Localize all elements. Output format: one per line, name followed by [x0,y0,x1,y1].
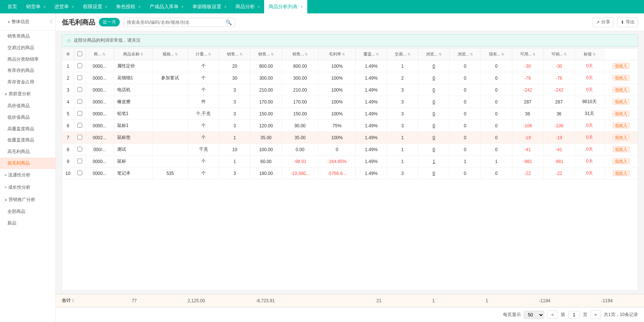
next-page-btn[interactable]: ＞ [590,310,601,319]
th-tx[interactable]: 交易...⇅ [387,48,418,60]
nav-close-permissions[interactable]: × [105,5,108,9]
select-all-checkbox[interactable] [77,51,82,56]
row-tx[interactable]: 1 [418,156,449,168]
row-tx[interactable]: 0 [418,108,449,120]
row-checkbox-cell[interactable] [74,144,85,156]
nav-item-home[interactable]: 首页 [3,0,22,13]
row-checkbox-cell[interactable] [74,132,85,144]
tx-link[interactable]: 0 [433,171,435,176]
th-name[interactable]: 商品名称⇅ [114,48,153,60]
settings-icon[interactable]: ⚙ [66,52,70,56]
th-browse2[interactable]: 浏览...⇅ [449,48,481,60]
row-tx[interactable]: 0 [418,84,449,96]
row-checkbox-cell[interactable] [74,156,85,168]
tx-link[interactable]: 1 [433,159,435,164]
sidebar-group-marketing[interactable]: ∨ 营销推广分析 [0,194,55,206]
row-checkbox-cell[interactable] [74,84,85,96]
sidebar-item-high-coverage[interactable]: 高覆盖度商品 [0,123,55,135]
row-checkbox-4[interactable] [77,111,82,116]
th-tag[interactable]: 标签⇅ [574,48,604,60]
th-sales-amt[interactable]: 销售...⇅ [250,48,282,60]
row-checkbox-3[interactable] [77,99,82,104]
period-button[interactable]: 近一月 [99,18,120,26]
tx-link[interactable]: 0 [433,123,435,128]
row-checkbox-cell[interactable] [74,60,85,72]
nav-item-purchase[interactable]: 进货单 × [50,0,78,13]
sidebar-group-growth[interactable]: > 成长性分析 [0,181,55,194]
nav-close-finished[interactable]: × [182,5,184,9]
row-checkbox-cell[interactable] [74,96,85,108]
search-input[interactable] [127,20,225,25]
tx-link[interactable]: 0 [433,99,435,105]
th-checkbox[interactable] [74,48,85,60]
row-checkbox-5[interactable] [77,123,82,128]
row-checkbox-2[interactable] [77,87,82,92]
row-tx[interactable]: 0 [418,72,449,84]
th-settings[interactable]: ⚙ [62,48,74,60]
tx-link[interactable]: 0 [433,76,435,81]
th-coverage[interactable]: 覆盖...⇅ [356,48,387,60]
sidebar-group-circulation[interactable]: > 流通性分析 [0,169,55,181]
nav-item-analysis[interactable]: 商品分析 × [231,0,264,13]
nav-close-roles[interactable]: × [138,5,141,9]
row-checkbox-0[interactable] [77,63,82,68]
sidebar-collapse-btn[interactable]: 《 [47,19,52,25]
sidebar-group-cluster[interactable]: ∨ 类群度分析 [0,88,55,100]
th-avail[interactable]: 可用...⇅ [512,48,543,60]
row-checkbox-cell[interactable] [74,120,85,132]
nav-item-permissions[interactable]: 权限设置 × [79,0,112,13]
sidebar-item-new-goods[interactable]: 新品 [0,217,55,229]
row-checkbox-1[interactable] [77,75,82,80]
sidebar-item-high-margin[interactable]: 高毛利商品 [0,146,55,157]
sidebar-item-all-goods[interactable]: 全部商品 [0,206,55,217]
export-button[interactable]: ⬆ 导出 [617,17,638,27]
nav-close-template[interactable]: × [224,5,227,9]
nav-item-template[interactable]: 单据模板设置 × [188,0,231,13]
nav-close-purchase[interactable]: × [72,5,74,9]
tx-link[interactable]: 0 [433,135,435,140]
sidebar-item-stock-goods[interactable]: 有库存的商品 [0,65,55,76]
sidebar-group-overall[interactable]: ∨ 整体信息 [3,16,34,28]
th-sellable[interactable]: 可销...⇅ [543,48,574,60]
sidebar-item-low-margin[interactable]: 低毛利商品 [0,157,55,169]
tx-link[interactable]: 0 [433,111,435,117]
th-sales-qty[interactable]: 销售...⇅ [219,48,250,60]
th-code[interactable]: 商...⇅ [85,48,114,60]
nav-close-analysis-list[interactable]: × [301,5,303,9]
row-tx[interactable]: 0 [418,60,449,72]
th-gross-rate[interactable]: 毛利率⇅ [318,48,356,60]
sidebar-item-high-value[interactable]: 高价值商品 [0,100,55,112]
row-tx[interactable]: 0 [418,144,449,156]
nav-close-sales[interactable]: × [44,5,46,9]
tx-link[interactable]: 0 [433,87,435,93]
sidebar-item-low-coverage[interactable]: 低覆盖度商品 [0,134,55,146]
sidebar-item-traded-goods[interactable]: 交易过的商品 [0,42,55,54]
row-tx[interactable]: 0 [418,132,449,144]
nav-close-analysis[interactable]: × [257,5,260,9]
row-checkbox-8[interactable] [77,159,82,163]
row-checkbox-9[interactable] [77,170,82,175]
th-sales-price[interactable]: 销售...⇅ [282,48,318,60]
per-page-select[interactable]: 50 20 100 [524,311,544,319]
nav-item-sales[interactable]: 销货单 × [22,0,50,13]
th-stock[interactable]: 现有...⇅ [481,48,512,60]
row-checkbox-6[interactable] [77,135,82,140]
search-icon[interactable]: 🔍 [225,19,232,25]
prev-page-btn[interactable]: ＜ [547,310,558,319]
th-spec[interactable]: 规格...⇅ [153,48,188,60]
tx-link[interactable]: 0 [433,147,435,152]
page-input[interactable] [568,311,580,319]
row-tx[interactable]: 0 [418,120,449,132]
tx-link[interactable]: 0 [433,64,435,69]
row-checkbox-cell[interactable] [74,72,85,84]
sidebar-item-sales-goods[interactable]: 销售类商品 [0,31,55,42]
sidebar-item-stock-capital[interactable]: 库存资金占用 [0,76,55,88]
nav-item-finished[interactable]: 产成品入库单 × [145,0,188,13]
row-checkbox-cell[interactable] [74,168,85,179]
th-unit[interactable]: 计量...⇅ [188,48,219,60]
row-checkbox-cell[interactable] [74,108,85,120]
share-button[interactable]: ↗ 分享 [593,17,613,27]
sidebar-item-category-rate[interactable]: 商品分类助销率 [0,54,55,65]
nav-item-roles[interactable]: 角色授权 × [112,0,145,13]
row-checkbox-7[interactable] [77,147,82,152]
